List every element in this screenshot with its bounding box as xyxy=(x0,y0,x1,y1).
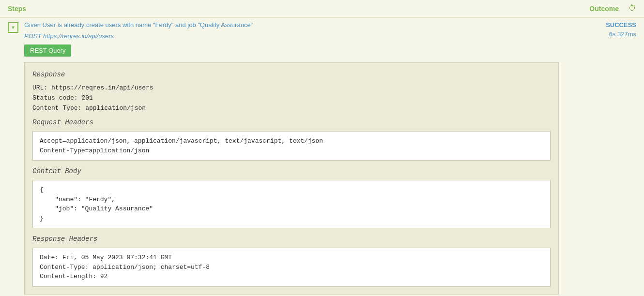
response-content-type-line: Content Type: application/json xyxy=(32,104,551,112)
request-headers-title: Request Headers xyxy=(32,118,551,126)
step-content: Given User is already create users with … xyxy=(24,21,559,295)
content-body-title: Content Body xyxy=(32,167,551,175)
steps-column-header: Steps xyxy=(8,5,26,13)
step-outcome-badge: SUCCESS xyxy=(606,21,636,29)
response-headers-title: Response Headers xyxy=(32,235,551,243)
response-status-line: Status code: 201 xyxy=(32,94,551,102)
outcome-column-header: Outcome xyxy=(589,5,619,13)
rest-query-button[interactable]: REST Query xyxy=(24,44,71,57)
content-body-box: { "name": "Ferdy", "job": "Quality Assur… xyxy=(32,180,551,228)
step-title: Given User is already create users with … xyxy=(24,21,559,29)
response-headers-box: Date: Fri, 05 May 2023 07:32:41 GMT Cont… xyxy=(32,248,551,287)
step-outcome-area: SUCCESS 6s 327ms xyxy=(559,21,636,38)
step-toggle-button[interactable]: ▼ xyxy=(8,22,18,33)
response-section-title: Response xyxy=(32,71,551,78)
header-right: Outcome ⏱ xyxy=(589,4,636,13)
step-row: ▼ Given User is already create users wit… xyxy=(0,17,644,296)
request-headers-box: Accept=application/json, application/jav… xyxy=(32,131,551,161)
main-layout: Steps Outcome ⏱ ▼ Given User is already … xyxy=(0,0,644,296)
table-header: Steps Outcome ⏱ xyxy=(0,0,644,17)
response-url-line: URL: https://reqres.in/api/users xyxy=(32,84,551,91)
response-panel: Response URL: https://reqres.in/api/user… xyxy=(24,62,559,295)
step-url: POST https://reqres.in/api/users xyxy=(24,32,559,40)
step-time: 6s 327ms xyxy=(609,30,636,38)
clock-icon: ⏱ xyxy=(629,4,636,13)
